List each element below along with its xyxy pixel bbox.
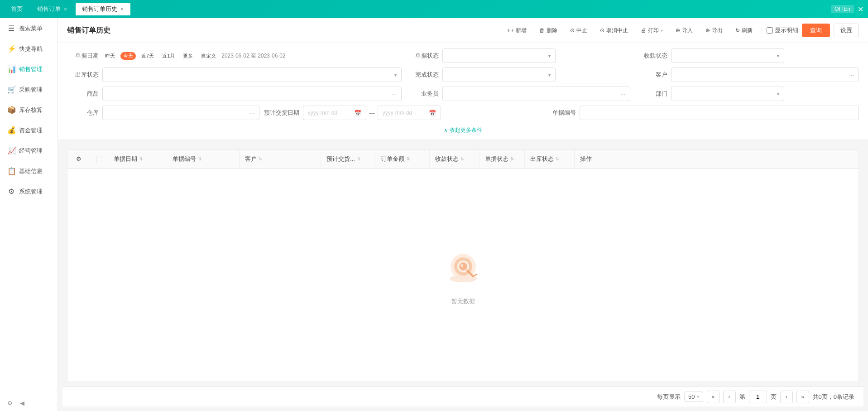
tab-sales-order-history-close[interactable]: ✕ bbox=[120, 6, 124, 12]
delivery-date-end[interactable]: yyyy-mm-dd 📅 bbox=[378, 106, 441, 120]
sales-icon: 📊 bbox=[7, 65, 15, 73]
refresh-button[interactable]: ↻ 刷新 bbox=[731, 24, 757, 37]
sidebar-bottom: ⚙ ◀ bbox=[0, 395, 58, 411]
total-text: 共0页，0条记录 bbox=[813, 393, 854, 401]
sidebar-item-search[interactable]: ☰ 搜索菜单 bbox=[0, 18, 58, 39]
sidebar: ☰ 搜索菜单 ⚡ 快捷导航 📊 销售管理 🛒 采购管理 📦 库存核算 💰 资金管… bbox=[0, 18, 58, 411]
stock-status-cell: 出库状态 ▾ bbox=[67, 68, 402, 82]
complete-status-label: 完成状态 bbox=[407, 71, 439, 79]
bill-status-select[interactable]: ▾ bbox=[442, 48, 556, 63]
sort-delivery-icon[interactable]: ⇅ bbox=[357, 156, 360, 161]
basic-info-icon: 📋 bbox=[7, 167, 15, 175]
print-icon: 🖨 bbox=[641, 27, 646, 34]
last-page-button[interactable]: » bbox=[796, 391, 809, 403]
bill-status-chevron: ▾ bbox=[548, 53, 551, 58]
order-no-label: 单据编号 bbox=[544, 109, 576, 117]
salesman-input[interactable]: ··· bbox=[442, 87, 630, 101]
sidebar-item-operations[interactable]: 📈 经营管理 bbox=[0, 140, 58, 161]
delete-icon: 🗑 bbox=[539, 27, 545, 34]
page-size-label: 每页显示 bbox=[657, 393, 681, 401]
delete-button[interactable]: 🗑 删除 bbox=[535, 24, 562, 37]
empty-state: 暂无数据 bbox=[67, 169, 858, 382]
product-input[interactable]: ··· bbox=[102, 87, 402, 101]
sort-amount-icon[interactable]: ⇅ bbox=[406, 156, 410, 161]
sidebar-item-finance[interactable]: 💰 资金管理 bbox=[0, 120, 58, 140]
sort-customer-icon[interactable]: ⇅ bbox=[259, 156, 262, 161]
sidebar-item-sales[interactable]: 📊 销售管理 bbox=[0, 59, 58, 79]
sidebar-collapse-icon[interactable]: ◀ bbox=[20, 400, 24, 406]
date-custom[interactable]: 自定义 bbox=[198, 52, 219, 60]
tab-sales-order-close[interactable]: ✕ bbox=[63, 6, 67, 12]
cal-icon-start: 📅 bbox=[354, 110, 361, 116]
sort-status-icon[interactable]: ⇅ bbox=[510, 156, 514, 161]
table-checkbox-all[interactable] bbox=[90, 150, 108, 168]
page-number-input[interactable] bbox=[749, 391, 767, 403]
filter-row-4: 仓库 ··· 预计交货日期 yyyy-mm-dd 📅 — yyyy-mm-dd bbox=[67, 106, 859, 120]
date-today[interactable]: 今天 bbox=[120, 52, 136, 60]
page-label: 第 bbox=[739, 393, 745, 401]
page-size-select[interactable]: 50 ▾ bbox=[684, 392, 703, 402]
delivery-date-group: yyyy-mm-dd 📅 — yyyy-mm-dd 📅 bbox=[303, 106, 441, 120]
inventory-icon: 📦 bbox=[7, 106, 15, 114]
toolbar-divider bbox=[762, 27, 762, 34]
sort-stock-icon[interactable]: ⇅ bbox=[556, 156, 559, 161]
stop-button[interactable]: ⊘ 中止 bbox=[566, 24, 592, 37]
next-page-button[interactable]: › bbox=[780, 391, 793, 403]
date-filter-cell: 单据日期 昨天 今天 近7天 近1月 更多 自定义 2023-06-02 至 2… bbox=[67, 52, 402, 60]
sort-receipt-icon[interactable]: ⇅ bbox=[460, 156, 464, 161]
table-settings-icon[interactable]: ⚙ bbox=[67, 150, 90, 168]
export-button[interactable]: ⊕ 导出 bbox=[701, 24, 727, 37]
date-1month[interactable]: 近1月 bbox=[159, 52, 177, 60]
complete-chevron: ▾ bbox=[548, 73, 551, 77]
receipt-status-chevron: ▾ bbox=[777, 53, 779, 58]
sidebar-item-basic-info[interactable]: 📋 基础信息 bbox=[0, 161, 58, 181]
prev-page-button[interactable]: ‹ bbox=[723, 391, 736, 403]
window-close-icon[interactable]: ✕ bbox=[858, 5, 863, 14]
often-badge: OfTEn bbox=[831, 5, 854, 13]
date-7days[interactable]: 近7天 bbox=[139, 52, 157, 60]
order-no-cell: 单据编号 bbox=[544, 106, 859, 120]
query-button[interactable]: 查询 bbox=[802, 24, 830, 37]
cal-icon-end: 📅 bbox=[429, 110, 436, 116]
search-menu-icon: ☰ bbox=[7, 24, 15, 33]
customer-dots: ··· bbox=[849, 72, 854, 78]
sidebar-item-purchase[interactable]: 🛒 采购管理 bbox=[0, 79, 58, 100]
collapse-button[interactable]: ∧ 收起更多条件 bbox=[444, 126, 482, 134]
date-yesterday[interactable]: 昨天 bbox=[102, 52, 118, 60]
sidebar-item-inventory[interactable]: 📦 库存核算 bbox=[0, 100, 58, 120]
product-label: 商品 bbox=[67, 90, 99, 98]
receipt-status-select[interactable]: ▾ bbox=[671, 48, 784, 63]
stop-icon: ⊘ bbox=[570, 27, 575, 34]
stock-status-label: 出库状态 bbox=[67, 71, 99, 79]
page-title: 销售订单历史 bbox=[67, 26, 503, 41]
show-detail-checkbox-label[interactable]: 显示明细 bbox=[767, 26, 798, 34]
salesman-dots: ··· bbox=[620, 91, 625, 97]
purchase-icon: 🛒 bbox=[7, 85, 15, 94]
order-no-input[interactable] bbox=[580, 106, 859, 120]
th-receipt-status: 收款状态 ⇅ bbox=[430, 150, 480, 168]
first-page-button[interactable]: « bbox=[707, 391, 719, 403]
select-all-checkbox[interactable] bbox=[96, 156, 102, 162]
customer-input[interactable]: ··· bbox=[671, 68, 859, 82]
sidebar-item-system[interactable]: ⚙ 系统管理 bbox=[0, 181, 58, 202]
sidebar-item-quick-nav[interactable]: ⚡ 快捷导航 bbox=[0, 39, 58, 59]
th-action: 操作 bbox=[575, 150, 858, 168]
date-more[interactable]: 更多 bbox=[180, 52, 196, 60]
complete-status-select[interactable]: ▾ bbox=[442, 68, 556, 82]
warehouse-input[interactable]: ··· bbox=[102, 106, 259, 120]
tab-sales-order-history[interactable]: 销售订单历史 ✕ bbox=[76, 3, 130, 15]
sort-date-icon[interactable]: ⇅ bbox=[139, 156, 143, 161]
print-button[interactable]: 🖨 打印 ▾ bbox=[636, 24, 667, 37]
stock-status-select[interactable]: ▾ bbox=[102, 68, 402, 82]
sidebar-settings-icon[interactable]: ⚙ bbox=[7, 400, 13, 406]
tab-home[interactable]: 首页 bbox=[5, 3, 29, 15]
settings-button[interactable]: 设置 bbox=[834, 24, 859, 37]
tab-sales-order[interactable]: 销售订单 ✕ bbox=[31, 3, 74, 15]
new-button[interactable]: + + 新增 bbox=[503, 24, 531, 37]
sort-no-icon[interactable]: ⇅ bbox=[198, 156, 201, 161]
cancel-stop-button[interactable]: ⊙ 取消中止 bbox=[595, 24, 633, 37]
dept-select[interactable]: ▾ bbox=[671, 87, 784, 101]
import-button[interactable]: ⊕ 导入 bbox=[671, 24, 697, 37]
show-detail-checkbox[interactable] bbox=[767, 27, 773, 34]
delivery-date-start[interactable]: yyyy-mm-dd 📅 bbox=[303, 106, 366, 120]
